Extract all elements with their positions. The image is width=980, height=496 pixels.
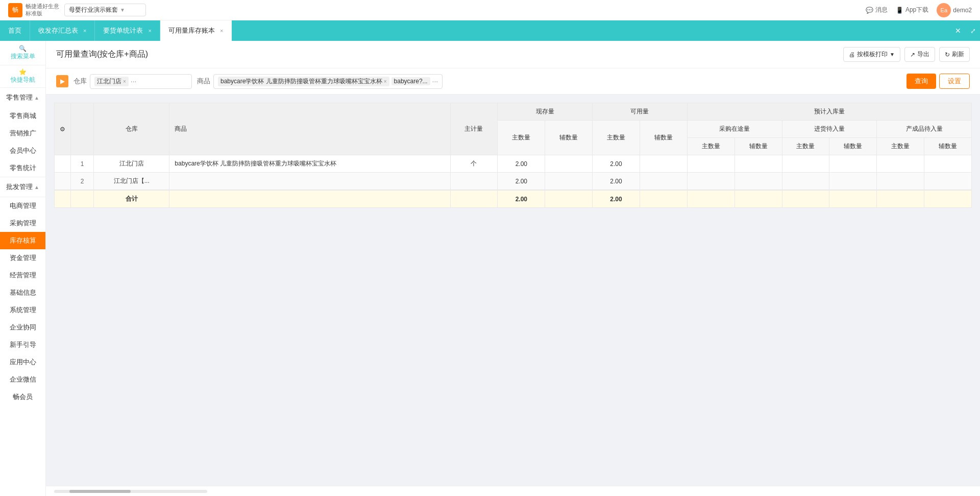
top-bar: 畅 畅捷通好生意 标准版 母婴行业演示账套 ▼ 💬 消息 📱 App下载 Ea … [0,0,980,20]
warehouse-filter-group: 仓库 江北门店 × ··· [74,74,192,89]
user-menu[interactable]: Ea demo2 [937,3,972,17]
row-production-main-0 [877,155,924,173]
sidebar-search[interactable]: 🔍 搜索菜单 [0,41,45,65]
summary-row: 合计 2.00 2.00 [55,190,972,208]
row-purchasing-aux-0 [734,155,782,173]
warehouse-more-icon[interactable]: ··· [131,77,137,85]
message-button[interactable]: 💬 消息 [866,6,888,14]
print-button[interactable]: 🖨 按模板打印 ▼ [843,47,900,62]
production-header: 产成品待入量 [877,121,972,138]
retail-expand-icon: ▲ [34,95,39,101]
expand-icon: ⤢ [970,27,976,35]
sidebar-item-finance[interactable]: 资金管理 [0,249,45,267]
home-tab-label: 首页 [8,26,21,35]
tab-inventory[interactable]: 可用量库存账本 × [160,20,232,41]
top-bar-left: 畅 畅捷通好生意 标准版 母婴行业演示账套 ▼ [8,3,146,17]
row-unit-0: 个 [450,155,498,173]
product-more-icon[interactable]: ··· [432,77,438,85]
row-warehouse-1: 江北门店【... [94,173,169,191]
row-available-main-0: 2.00 [593,155,640,173]
row-available-aux-1 [640,173,687,191]
horizontal-scrollbar[interactable] [54,490,207,493]
purchasing-aux-header: 辅数量 [734,138,782,155]
row-product-1 [169,173,450,191]
warehouse-header: 仓库 [94,103,169,155]
star-icon: ⭐ [0,68,45,76]
table-footer [46,486,980,496]
sidebar-item-newguide[interactable]: 新手引导 [0,336,45,353]
tab-orders[interactable]: 要货单统计表 × [95,20,160,41]
summary-stock-main: 2.00 [498,190,545,208]
filter-bar: ▶ 仓库 江北门店 × ··· 商品 babycare学饮杯 儿童防摔防撞吸管杯… [46,68,980,95]
row-product-0: babycare学饮杯 儿童防摔防撞吸管杯重力球吸嘴杯宝宝水杯 [169,155,450,173]
print-icon: 🖨 [849,51,855,58]
orders-tab-label: 要货单统计表 [103,26,143,35]
production-main-header: 主数量 [877,138,924,155]
incoming-main-header: 主数量 [782,138,829,155]
tab-home[interactable]: 首页 [0,20,30,41]
sidebar-item-members[interactable]: 会员中心 [0,142,45,159]
sidebar-item-basic[interactable]: 基础信息 [0,284,45,301]
product-filter-group: 商品 babycare学饮杯 儿童防摔防撞吸管杯重力球吸嘴杯宝宝水杯 × bab… [197,74,443,89]
store-selector[interactable]: 母婴行业演示账套 ▼ [64,4,146,16]
close-all-tabs[interactable]: ✕ [950,20,966,41]
warehouse-tag-1: 江北门店 × [94,77,129,86]
settings-col-header[interactable]: ⚙ [55,103,71,155]
page-title: 可用量查询(按仓库+商品) [56,49,148,60]
sidebar-item-member[interactable]: 畅会员 [0,388,45,406]
row-production-aux-1 [924,173,972,191]
sidebar-quick-nav[interactable]: ⭐ 快捷导航 [0,65,45,88]
message-icon: 💬 [866,7,873,14]
sidebar: 🔍 搜索菜单 ⭐ 快捷导航 零售管理 ▲ 零售商城 营销推广 会员中心 零售统计 [0,41,46,496]
product-tag-1-close[interactable]: × [384,79,387,84]
table-row: 2 江北门店【... 2.00 2.00 [55,173,972,191]
sidebar-item-inventory[interactable]: 库存核算 [0,232,45,249]
row-num-0: 1 [71,155,94,173]
warehouse-tag-close[interactable]: × [123,79,126,84]
production-aux-header: 辅数量 [924,138,972,155]
stock-header: 现存量 [498,103,593,121]
sidebar-item-enterprise[interactable]: 企业协同 [0,319,45,336]
sidebar-item-wechat[interactable]: 企业微信 [0,371,45,388]
stock-main-header: 主数量 [498,121,545,155]
refresh-button[interactable]: ↻ 刷新 [939,47,970,62]
logo-text: 畅捷通好生意 标准版 [26,3,59,16]
sidebar-item-purchase[interactable]: 采购管理 [0,215,45,232]
sidebar-item-marketing[interactable]: 营销推广 [0,125,45,142]
sidebar-section-wholesale-header[interactable]: 批发管理 ▲ [0,177,45,197]
app-download-button[interactable]: 📱 App下载 [896,6,928,14]
incoming-header: 进货待入量 [782,121,877,138]
sidebar-item-system[interactable]: 系统管理 [0,301,45,319]
row-purchasing-aux-1 [734,173,782,191]
setting-button[interactable]: 设置 [939,74,970,89]
sidebar-item-retail-mall[interactable]: 零售商城 [0,107,45,125]
purchasing-header: 采购在途量 [687,121,782,138]
sidebar-item-appcenter[interactable]: 应用中心 [0,353,45,371]
row-incoming-main-1 [782,173,829,191]
row-num-header [71,103,94,155]
expand-tabs-button[interactable]: ⤢ [966,20,980,41]
close-receipts-icon[interactable]: × [83,28,86,34]
sidebar-section-retail-header[interactable]: 零售管理 ▲ [0,88,45,107]
tab-receipts[interactable]: 收发存汇总表 × [30,20,95,41]
warehouse-input[interactable]: 江北门店 × ··· [90,74,192,89]
expand-filter-button[interactable]: ▶ [56,75,68,87]
row-settings[interactable] [55,173,71,191]
row-incoming-aux-0 [829,155,877,173]
export-button[interactable]: ↗ 导出 [904,47,935,62]
row-stock-aux-0 [545,155,593,173]
sidebar-item-retail-stats[interactable]: 零售统计 [0,159,45,177]
export-icon: ↗ [910,51,915,58]
sidebar-item-operations[interactable]: 经营管理 [0,267,45,284]
product-input[interactable]: babycare学饮杯 儿童防摔防撞吸管杯重力球吸嘴杯宝宝水杯 × babyca… [213,74,443,89]
logo-area: 畅 畅捷通好生意 标准版 [8,3,59,17]
scroll-thumb[interactable] [69,490,131,493]
close-inventory-icon[interactable]: × [220,28,223,34]
unit-header: 主计量 [450,103,498,155]
query-button[interactable]: 查询 [906,74,936,89]
inventory-tab-label: 可用量库存账本 [168,26,215,35]
nav-tabs: 首页 收发存汇总表 × 要货单统计表 × 可用量库存账本 × ✕ ⤢ [0,20,980,41]
row-settings[interactable] [55,155,71,173]
sidebar-item-ecommerce[interactable]: 电商管理 [0,197,45,215]
close-orders-icon[interactable]: × [148,28,151,34]
